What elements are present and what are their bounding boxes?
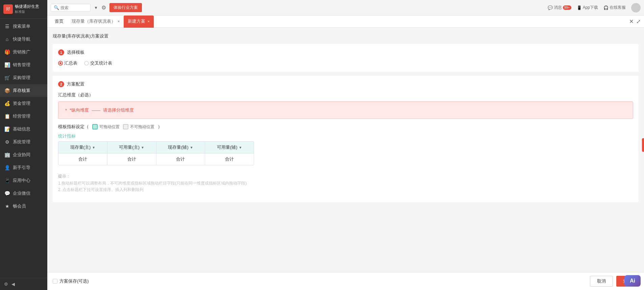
col-label-1: 可用量(主) (119, 144, 140, 150)
col-header-2[interactable]: 现存量(辅) ▼ (156, 142, 205, 153)
col-label-2: 现存量(辅) (168, 144, 189, 150)
step1-label: 选择模板 (67, 49, 84, 55)
sidebar-item-search[interactable]: ☰ 搜索菜单 (0, 20, 47, 33)
step2-card: 2 方案配置 汇总维度（必选） * *纵向维度 —— 请选择分组维度 模板指标设… (53, 76, 639, 202)
sidebar-footer: ⚙ ◀ (0, 278, 47, 290)
sidebar-item-purchase[interactable]: 🛒 采购管理 (0, 71, 47, 84)
close-plan-tab-icon[interactable]: × (147, 19, 149, 23)
industry-btn[interactable]: 体验行业方案 (109, 3, 142, 12)
col-sub-3: 合计 (225, 156, 234, 162)
collapse-icon[interactable]: ◀ (11, 282, 15, 287)
stats-table: 现存量(主) ▼ 可用量(主) ▼ 现存量(辅) ▼ 可用量(辅) (58, 141, 254, 165)
search-box[interactable]: 🔍 (51, 4, 91, 11)
cart-icon: 🛒 (4, 75, 10, 80)
tab-home[interactable]: 首页 (51, 16, 68, 28)
tip-1: 1.拖动标题栏可以调整布局，不可跨维度或指标区域拖动栏目字段(只能在同一维度或指… (58, 180, 633, 186)
stats-header-row: 现存量(主) ▼ 可用量(主) ▼ 现存量(辅) ▼ 可用量(辅) (58, 142, 254, 153)
sidebar-nav: ☰ 搜索菜单 ⌂ 快捷导航 🎁 营销推广 📊 销售管理 🛒 采购管理 📦 库存核… (0, 19, 47, 278)
close-inventory-tab-icon[interactable]: × (118, 19, 120, 23)
appcenter-icon: 📱 (4, 178, 10, 183)
col-chevron-1: ▼ (141, 146, 144, 149)
online-service-area[interactable]: 🎧 在线客服 (603, 5, 626, 10)
app-name: 畅捷通好生意 (15, 4, 39, 9)
dropdown-arrow[interactable]: ▼ (94, 5, 98, 10)
app-download-area[interactable]: 📱 App下载 (577, 5, 598, 10)
save-option[interactable]: 方案保存(可选) (53, 278, 89, 284)
col-label-3: 可用量(辅) (217, 144, 238, 150)
ai-button[interactable]: Ai (624, 275, 641, 287)
stats-data-row: 合计 合计 合计 合计 (58, 153, 254, 165)
col-sub-1: 合计 (127, 156, 136, 162)
search-menu-icon: ☰ (4, 24, 10, 29)
sidebar-item-guide[interactable]: 👤 新手引导 (0, 161, 47, 174)
sidebar-item-member[interactable]: ★ 畅会员 (0, 200, 47, 213)
save-checkbox[interactable] (53, 279, 57, 284)
undraggable-toggle: 不可拖动位置 (123, 124, 154, 130)
radio-summary-label: 汇总表 (64, 60, 77, 66)
sidebar-item-label: 企业协同 (13, 152, 30, 158)
col-header-0[interactable]: 现存量(主) ▼ (58, 142, 107, 153)
step2-num: 2 (58, 81, 64, 87)
radio-summary-dot (58, 61, 63, 66)
tab-inventory[interactable]: 现存量（库存状况表） × (68, 16, 124, 28)
logo-icon: 好 (3, 4, 13, 14)
col-header-1[interactable]: 可用量(主) ▼ (107, 142, 156, 153)
app-edition: 标准版 (15, 9, 39, 14)
sidebar-item-sales[interactable]: 📊 销售管理 (0, 58, 47, 71)
chart-icon: 📊 (4, 62, 10, 68)
col-data-1: 合计 (107, 153, 156, 165)
sidebar-item-quicknav[interactable]: ⌂ 快捷导航 (0, 33, 47, 46)
online-service-label: 在线客服 (610, 5, 626, 10)
tab-new-plan-label: 新建方案 (128, 18, 145, 24)
col-chevron-0: ▼ (92, 146, 95, 149)
tab-new-plan[interactable]: 新建方案 × (124, 16, 153, 28)
sidebar: 好 畅捷通好生意 标准版 ☰ 搜索菜单 ⌂ 快捷导航 🎁 营销推广 📊 销售管理… (0, 0, 47, 290)
settings-icon[interactable]: ⚙ (4, 282, 8, 287)
radio-summary[interactable]: 汇总表 (58, 60, 77, 66)
sidebar-item-system[interactable]: ⚙ 系统管理 (0, 136, 47, 148)
radio-cross-dot (84, 61, 89, 66)
sidebar-item-label: 企业微信 (13, 190, 30, 196)
search-input[interactable] (60, 5, 88, 10)
message-area[interactable]: 💬 消息 99+ (548, 5, 571, 10)
user-avatar[interactable] (631, 3, 641, 13)
tip-2: 2. 点击标题栏下拉可设置排序、插入列和删除列 (58, 187, 633, 193)
col-sub-0: 合计 (78, 156, 87, 162)
col-header-3[interactable]: 可用量(辅) ▼ (205, 142, 254, 153)
right-scroll-handle[interactable] (642, 138, 644, 152)
sidebar-item-enterprise[interactable]: 🏢 企业协同 (0, 148, 47, 161)
close-all-icon[interactable]: ✕ (629, 18, 634, 25)
sidebar-item-label: 快捷导航 (13, 36, 30, 42)
operations-icon: 📋 (4, 114, 10, 119)
gear-icon[interactable]: ⚙ (101, 4, 106, 11)
enterprise-icon: 🏢 (4, 152, 10, 158)
sidebar-item-basic[interactable]: 📝 基础信息 (0, 123, 47, 136)
vertical-placeholder: 请选择分组维度 (103, 107, 134, 113)
vertical-dimension-field[interactable]: * *纵向维度 —— 请选择分组维度 (58, 101, 633, 119)
sidebar-item-appcenter[interactable]: 📱 应用中心 (0, 174, 47, 187)
sidebar-item-label: 基础信息 (13, 126, 30, 132)
sidebar-item-inventory[interactable]: 📦 库存核算 (0, 84, 47, 97)
sidebar-item-enterprise-wx[interactable]: 💬 企业微信 (0, 187, 47, 200)
headset-icon: 🎧 (603, 5, 609, 10)
sidebar-item-marketing[interactable]: 🎁 营销推广 (0, 46, 47, 58)
stats-title: 统计指标 (58, 133, 633, 139)
step2-header: 2 方案配置 (58, 81, 633, 87)
expand-icon[interactable]: ⤢ (636, 18, 641, 25)
radio-cross[interactable]: 交叉统计表 (84, 60, 112, 66)
sidebar-item-label: 系统管理 (13, 139, 30, 145)
sidebar-item-label: 库存核算 (13, 88, 30, 94)
bottom-bar: 方案保存(可选) 取消 查询 (47, 272, 644, 290)
tips-title: 提示： (58, 173, 633, 179)
home-icon: ⌂ (4, 37, 10, 42)
tabs-bar: 首页 现存量（库存状况表） × 新建方案 × ✕ ⤢ (47, 16, 644, 28)
cancel-button[interactable]: 取消 (590, 276, 613, 287)
draggable-box (92, 124, 98, 129)
sidebar-item-finance[interactable]: 💰 资金管理 (0, 97, 47, 110)
app-download-label: App下载 (583, 5, 598, 10)
field-dash: —— (92, 108, 100, 113)
indicator-settings: 模板指标设定（ 可拖动位置 不可拖动位置 ） (58, 124, 633, 130)
aggregate-label: 汇总维度（必选） (58, 92, 633, 98)
sidebar-item-operations[interactable]: 📋 经营管理 (0, 110, 47, 123)
col-data-0: 合计 (58, 153, 107, 165)
